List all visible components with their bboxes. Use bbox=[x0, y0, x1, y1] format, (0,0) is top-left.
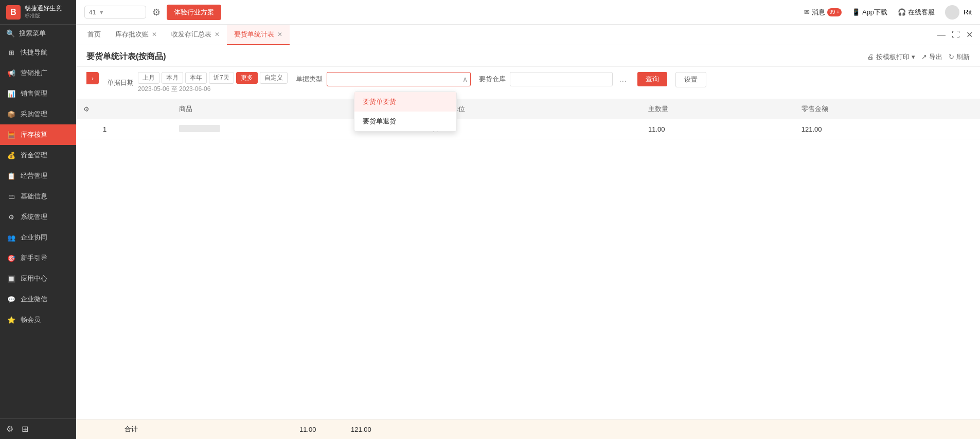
sidebar-item-label: 企业微信 bbox=[21, 295, 47, 304]
grid-icon: ⊞ bbox=[6, 47, 16, 58]
th-index bbox=[97, 99, 173, 119]
sidebar-item-marketing[interactable]: 📢 营销推广 bbox=[0, 63, 76, 83]
row-amount: 121.00 bbox=[795, 119, 980, 139]
sidebar-item-system[interactable]: ⚙ 系统管理 bbox=[0, 207, 76, 227]
sidebar-item-app-center[interactable]: 🔲 应用中心 bbox=[0, 268, 76, 289]
sidebar-item-label: 资金管理 bbox=[21, 151, 47, 160]
filter-expand-btn[interactable]: › bbox=[86, 72, 99, 84]
app-name: 畅捷通好生意 bbox=[25, 5, 62, 13]
megaphone-icon: 📢 bbox=[6, 68, 16, 78]
tab-minimize-icon[interactable]: — bbox=[934, 28, 949, 42]
tab-close-all-icon[interactable]: ✕ bbox=[963, 28, 976, 42]
warehouse-filter-input[interactable] bbox=[510, 72, 613, 86]
query-btn[interactable]: 查询 bbox=[637, 72, 667, 86]
row-index: 1 bbox=[97, 119, 173, 139]
print-icon: 🖨 bbox=[867, 53, 874, 61]
search-icon: 🔍 bbox=[6, 29, 15, 38]
guide-icon: 🎯 bbox=[6, 253, 16, 263]
row-quantity: 11.00 bbox=[642, 119, 795, 139]
product-placeholder bbox=[179, 125, 220, 132]
date-btn-custom[interactable]: 自定义 bbox=[260, 72, 288, 84]
sidebar-item-operations[interactable]: 📋 经营管理 bbox=[0, 166, 76, 186]
tab-requisition-stats[interactable]: 要货单统计表 ✕ bbox=[227, 25, 290, 45]
header-left: 41 ▾ ⚙ 体验行业方案 bbox=[84, 5, 804, 20]
date-filter-label: 单据日期 bbox=[107, 78, 134, 87]
tab-home[interactable]: 首页 bbox=[80, 25, 108, 45]
headset-icon: 🎧 bbox=[898, 8, 906, 16]
main-content: 41 ▾ ⚙ 体验行业方案 ✉ 消息 99 + 📱 App下载 🎧 在线客服 bbox=[76, 0, 980, 439]
date-btn-more[interactable]: 更多 bbox=[236, 72, 258, 84]
table-footer: 合计 11.00 121.00 bbox=[76, 419, 980, 439]
wechat-icon: 💬 bbox=[6, 294, 16, 304]
refresh-btn[interactable]: ↻ 刷新 bbox=[949, 52, 970, 62]
settings-btn[interactable]: 设置 bbox=[675, 72, 706, 87]
tab-inventory-batch-close[interactable]: ✕ bbox=[152, 31, 157, 38]
user-info[interactable]: Rit bbox=[945, 5, 972, 20]
refresh-icon: ↻ bbox=[949, 53, 954, 61]
settings-bottom-icon[interactable]: ⚙ bbox=[6, 424, 13, 434]
app-logo-icon: B bbox=[6, 5, 21, 20]
sidebar-item-newbie[interactable]: 🎯 新手引导 bbox=[0, 248, 76, 268]
dropdown-item-requisition-order[interactable]: 要货单要货 bbox=[354, 92, 456, 112]
store-selector[interactable]: 41 ▾ bbox=[84, 6, 146, 19]
tab-home-label: 首页 bbox=[87, 30, 101, 39]
sidebar-search[interactable]: 🔍 搜索菜单 bbox=[0, 25, 76, 42]
report-icon: 📋 bbox=[6, 171, 16, 181]
app-download-btn[interactable]: 📱 App下载 bbox=[852, 8, 887, 17]
tab-maximize-icon[interactable]: ⛶ bbox=[949, 28, 963, 42]
refresh-label: 刷新 bbox=[956, 52, 970, 62]
row-unit: 块 bbox=[425, 119, 642, 139]
tab-inventory-batch[interactable]: 库存批次账 ✕ bbox=[108, 25, 164, 45]
message-icon: ✉ bbox=[804, 8, 810, 16]
sidebar-nav: ⊞ 快捷导航 📢 营销推广 📊 销售管理 📦 采购管理 🧮 库存核算 💰 资金管… bbox=[0, 42, 76, 418]
page-header: 要货单统计表(按商品) 🖨 按模板打印 ▾ ↗ 导出 ↻ 刷新 bbox=[76, 45, 980, 67]
th-settings[interactable]: ⚙ bbox=[76, 99, 97, 119]
th-unit: 主计量单位 bbox=[425, 99, 642, 119]
warehouse-more-icon[interactable]: … bbox=[617, 75, 629, 84]
export-icon: ↗ bbox=[921, 53, 927, 61]
sidebar-item-inventory[interactable]: 🧮 库存核算 bbox=[0, 124, 76, 145]
sidebar-item-label: 基础信息 bbox=[21, 192, 47, 201]
sidebar-item-enterprise-wechat[interactable]: 💬 企业微信 bbox=[0, 289, 76, 309]
date-btn-last-month[interactable]: 上月 bbox=[138, 72, 159, 84]
th-amount: 零售金额 bbox=[795, 99, 980, 119]
type-filter-input[interactable] bbox=[327, 72, 471, 86]
date-btn-last-7-days[interactable]: 近7天 bbox=[209, 72, 234, 84]
trial-btn[interactable]: 体验行业方案 bbox=[167, 5, 221, 20]
page-inner: 要货单统计表(按商品) 🖨 按模板打印 ▾ ↗ 导出 ↻ 刷新 bbox=[76, 45, 980, 439]
tab-inventory-batch-label: 库存批次账 bbox=[115, 30, 149, 39]
sidebar-item-label: 企业协同 bbox=[21, 233, 47, 242]
calculator-icon: 🧮 bbox=[6, 130, 16, 140]
messages-btn[interactable]: ✉ 消息 99 + bbox=[804, 8, 842, 17]
sidebar-item-finance[interactable]: 💰 资金管理 bbox=[0, 145, 76, 166]
user-name: Rit bbox=[964, 8, 972, 16]
sidebar-item-purchase[interactable]: 📦 采购管理 bbox=[0, 104, 76, 124]
tab-receivables-close[interactable]: ✕ bbox=[215, 31, 220, 38]
box-icon: 📦 bbox=[6, 109, 16, 119]
sidebar-item-basic-info[interactable]: 🗃 基础信息 bbox=[0, 186, 76, 207]
chart-icon: 📊 bbox=[6, 88, 16, 99]
date-btn-this-year[interactable]: 本年 bbox=[185, 72, 207, 84]
header-gear-icon[interactable]: ⚙ bbox=[152, 7, 161, 18]
sidebar-item-quick-nav[interactable]: ⊞ 快捷导航 bbox=[0, 42, 76, 63]
export-btn[interactable]: ↗ 导出 bbox=[921, 52, 942, 62]
sidebar-item-membership[interactable]: ⭐ 畅会员 bbox=[0, 309, 76, 330]
sidebar-item-label: 新手引导 bbox=[21, 253, 47, 263]
sidebar-item-enterprise[interactable]: 👥 企业协同 bbox=[0, 227, 76, 248]
tab-requisition-stats-close[interactable]: ✕ bbox=[277, 31, 282, 38]
date-range: 2023-05-06 至 2023-06-06 bbox=[138, 85, 288, 94]
sidebar-item-sales[interactable]: 📊 销售管理 bbox=[0, 83, 76, 104]
type-filter-chevron-icon[interactable]: ∧ bbox=[462, 75, 468, 83]
dropdown-item-requisition-return[interactable]: 要货单退货 bbox=[354, 112, 456, 131]
type-filter-label: 单据类型 bbox=[296, 75, 323, 84]
date-btn-this-month[interactable]: 本月 bbox=[162, 72, 183, 84]
phone-icon: 📱 bbox=[852, 8, 860, 16]
app-download-label: App下载 bbox=[862, 8, 887, 17]
row-checkbox-cell bbox=[76, 119, 97, 139]
collapse-icon[interactable]: ⊞ bbox=[22, 424, 28, 434]
online-service-btn[interactable]: 🎧 在线客服 bbox=[898, 8, 935, 17]
type-dropdown: 要货单要货 要货单退货 bbox=[354, 92, 457, 132]
database-icon: 🗃 bbox=[6, 191, 16, 202]
print-btn[interactable]: 🖨 按模板打印 ▾ bbox=[867, 52, 915, 62]
tab-receivables[interactable]: 收发存汇总表 ✕ bbox=[164, 25, 227, 45]
